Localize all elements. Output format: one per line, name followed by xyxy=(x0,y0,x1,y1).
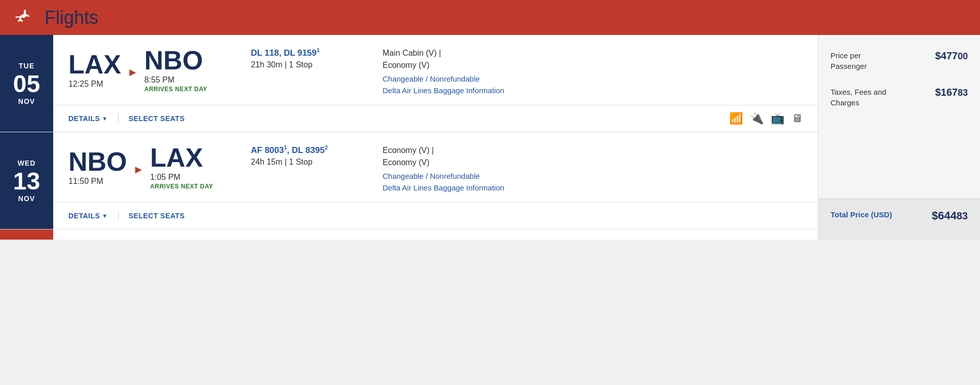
flight-2-route: NBO 11:50 PM ► LAX 1:05 PM ARRIVES NEXT … xyxy=(68,144,231,190)
price-total-section: Total Price (USD) $64483 xyxy=(818,199,980,240)
flight-2-details-link[interactable]: DETAILS ▼ xyxy=(68,208,108,224)
flight-1-origin-code: LAX xyxy=(68,51,121,78)
flight-2-arrives-next-day: ARRIVES NEXT DAY xyxy=(150,183,213,190)
price-per-passenger-value: $47700 xyxy=(935,50,968,68)
flight-1-select-seats-link[interactable]: SELECT SEATS xyxy=(129,110,185,127)
flight-2-info: NBO 11:50 PM ► LAX 1:05 PM ARRIVES NEXT … xyxy=(53,132,818,202)
total-price-row: Total Price (USD) $64483 xyxy=(831,209,968,229)
flight-2-cabin: Economy (V) | Economy (V) Changeable / N… xyxy=(383,144,545,192)
flight-1-changeable[interactable]: Changeable / Nonrefundable xyxy=(383,74,545,83)
flight-1-details-link[interactable]: DETAILS ▼ xyxy=(68,110,108,127)
price-panel: Price per Passenger $47700 Taxes, Fees a… xyxy=(818,35,980,240)
entertainment-icon: 🖥 xyxy=(791,112,803,125)
flight-2-depart-time: 11:50 PM xyxy=(68,177,127,186)
price-per-passenger-row: Price per Passenger $47700 xyxy=(831,50,968,71)
flight-1-arrive-time: 8:55 PM xyxy=(144,75,207,85)
flight-1-dest-code: NBO xyxy=(144,47,207,73)
flight-row-1: TUE 05 NOV LAX 12:25 PM ► NBO 8: xyxy=(0,35,818,132)
flight-2-content: NBO 11:50 PM ► LAX 1:05 PM ARRIVES NEXT … xyxy=(53,132,818,229)
flight-1-cabin-type: Main Cabin (V) | Economy (V) xyxy=(383,47,545,71)
usb-icon: 🔌 xyxy=(750,112,764,125)
taxes-label: Taxes, Fees and Charges xyxy=(831,87,891,108)
flight-1-arrives-next-day: ARRIVES NEXT DAY xyxy=(144,86,207,93)
flight-2-footer: DETAILS ▼ SELECT SEATS xyxy=(53,202,818,229)
total-price-label: Total Price (USD) xyxy=(831,209,892,220)
page-header: Flights xyxy=(0,0,980,35)
flight-2-day-name: WED xyxy=(18,159,36,167)
price-panel-spacer xyxy=(818,133,980,199)
flight-2-date: WED 13 NOV xyxy=(0,132,53,229)
flight-2-baggage[interactable]: Delta Air Lines Baggage Information xyxy=(383,183,545,192)
page-title: Flights xyxy=(45,7,98,28)
flight-2-duration: 24h 15m | 1 Stop xyxy=(251,158,362,167)
price-per-passenger-label: Price per Passenger xyxy=(831,50,891,71)
taxes-cents: 83 xyxy=(958,88,968,98)
flight-1-day-name: TUE xyxy=(19,62,34,70)
flight-2-arrow-icon: ► xyxy=(133,163,144,176)
flight-1-date: TUE 05 NOV xyxy=(0,35,53,132)
taxes-value: $16783 xyxy=(935,87,968,104)
taxes-dollars: $167 xyxy=(935,87,958,98)
main-container: TUE 05 NOV LAX 12:25 PM ► NBO 8: xyxy=(0,35,980,240)
flight-row-2: WED 13 NOV NBO 11:50 PM ► LAX 1: xyxy=(0,132,818,229)
flight-2-cabin-type: Economy (V) | Economy (V) xyxy=(383,144,545,169)
price-section: Price per Passenger $47700 Taxes, Fees a… xyxy=(818,35,980,133)
chevron-down-icon-2: ▼ xyxy=(102,213,107,219)
footer-divider-2 xyxy=(118,211,119,221)
flight-2-details: AF 80031, DL 83952 24h 15m | 1 Stop xyxy=(251,144,362,167)
flight-2-dest-code: LAX xyxy=(150,144,213,171)
flight-1-month: NOV xyxy=(18,97,35,105)
bottom-red-bar xyxy=(0,229,53,240)
flight-2-day-num: 13 xyxy=(13,169,40,194)
flight-1-depart-time: 12:25 PM xyxy=(68,80,121,89)
flight-1-arrow-icon: ► xyxy=(127,66,138,79)
flight-1-route: LAX 12:25 PM ► NBO 8:55 PM ARRIVES NEXT … xyxy=(68,47,231,93)
chevron-down-icon: ▼ xyxy=(102,115,107,122)
flight-1-day-num: 05 xyxy=(13,72,40,96)
flight-2-month: NOV xyxy=(18,195,35,203)
flight-1-numbers: DL 118, DL 91591 xyxy=(251,47,362,58)
flight-1-details: DL 118, DL 91591 21h 30m | 1 Stop xyxy=(251,47,362,69)
footer-divider-1 xyxy=(118,113,119,124)
flight-2-origin: NBO 11:50 PM xyxy=(68,148,127,186)
flight-2-changeable[interactable]: Changeable / Nonrefundable xyxy=(383,172,545,180)
flight-2-origin-code: NBO xyxy=(68,148,127,175)
flight-2-arrive-time: 1:05 PM xyxy=(150,173,213,182)
total-dollars: $644 xyxy=(932,209,957,222)
flight-1-footer: DETAILS ▼ SELECT SEATS 📶 🔌 📺 🖥 xyxy=(53,105,818,132)
wifi-icon: 📶 xyxy=(729,112,743,125)
flight-1-info: LAX 12:25 PM ► NBO 8:55 PM ARRIVES NEXT … xyxy=(53,35,818,105)
flight-1-duration: 21h 30m | 1 Stop xyxy=(251,60,362,69)
price-per-passenger-dollars: $477 xyxy=(935,50,958,61)
total-price-value: $64483 xyxy=(932,209,968,229)
price-per-passenger-cents: 00 xyxy=(958,51,968,61)
flight-2-numbers: AF 80031, DL 83952 xyxy=(251,144,362,156)
flight-1-content: LAX 12:25 PM ► NBO 8:55 PM ARRIVES NEXT … xyxy=(53,35,818,132)
flights-panel: TUE 05 NOV LAX 12:25 PM ► NBO 8: xyxy=(0,35,818,240)
taxes-row: Taxes, Fees and Charges $16783 xyxy=(831,87,968,108)
flight-1-cabin: Main Cabin (V) | Economy (V) Changeable … xyxy=(383,47,545,95)
flight-2-dest: LAX 1:05 PM ARRIVES NEXT DAY xyxy=(150,144,213,190)
flight-1-origin: LAX 12:25 PM xyxy=(68,51,121,89)
flight-1-baggage[interactable]: Delta Air Lines Baggage Information xyxy=(383,86,545,95)
flight-1-amenities: 📶 🔌 📺 🖥 xyxy=(729,112,803,125)
total-cents: 83 xyxy=(957,210,968,221)
flights-icon xyxy=(10,5,35,30)
bottom-red-bar-row xyxy=(0,229,818,240)
screen-icon: 📺 xyxy=(771,112,784,125)
flight-1-dest: NBO 8:55 PM ARRIVES NEXT DAY xyxy=(144,47,207,93)
flight-2-select-seats-link[interactable]: SELECT SEATS xyxy=(129,208,185,224)
